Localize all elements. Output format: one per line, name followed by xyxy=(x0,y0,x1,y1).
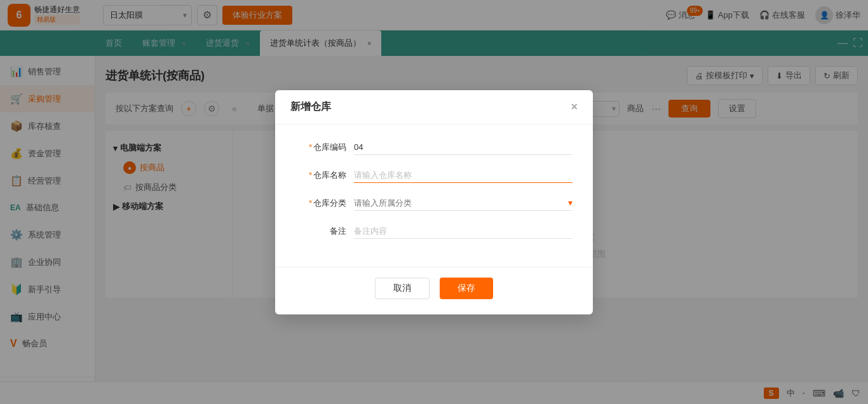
type-chevron-icon: ▾ xyxy=(568,198,573,208)
remark-label: 备注 xyxy=(295,226,346,237)
form-row-remark: 备注 xyxy=(295,224,573,239)
warehouse-type-select-wrap: ▾ xyxy=(354,196,573,211)
warehouse-modal: 新增仓库 × *仓库编码 *仓库名称 *仓库分类 xyxy=(275,90,593,314)
warehouse-type-input[interactable] xyxy=(354,196,573,210)
save-button[interactable]: 保存 xyxy=(440,278,493,299)
modal-overlay: 新增仓库 × *仓库编码 *仓库名称 *仓库分类 xyxy=(0,0,868,404)
form-row-code: *仓库编码 xyxy=(295,140,573,155)
form-row-name: *仓库名称 xyxy=(295,168,573,183)
warehouse-name-label: *仓库名称 xyxy=(295,170,346,181)
modal-footer: 取消 保存 xyxy=(275,267,593,314)
warehouse-name-input[interactable] xyxy=(354,168,573,183)
cancel-button[interactable]: 取消 xyxy=(375,278,430,299)
modal-title: 新增仓库 xyxy=(290,100,331,114)
warehouse-type-label: *仓库分类 xyxy=(295,198,346,209)
modal-header: 新增仓库 × xyxy=(275,90,593,125)
remark-input[interactable] xyxy=(354,224,573,239)
modal-close-button[interactable]: × xyxy=(571,100,578,114)
warehouse-code-input[interactable] xyxy=(354,140,573,155)
warehouse-code-label: *仓库编码 xyxy=(295,142,346,153)
form-row-type: *仓库分类 ▾ xyxy=(295,196,573,211)
modal-body: *仓库编码 *仓库名称 *仓库分类 ▾ xyxy=(275,125,593,262)
